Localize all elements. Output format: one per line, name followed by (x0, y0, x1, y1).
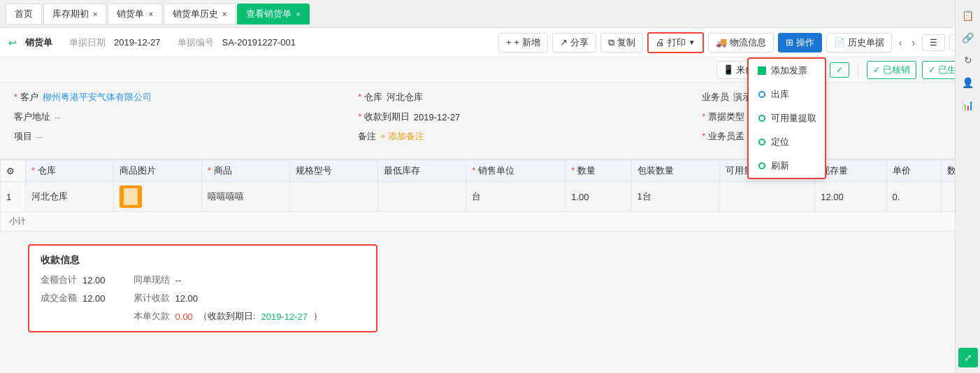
history-label: 历史单据 (848, 36, 884, 49)
right-sidebar: 📋 🔗 ↻ 👤 📊 ⤢ (955, 0, 980, 373)
col-image: 商品图片 (114, 160, 202, 182)
note-add[interactable]: + 添加备注 (380, 130, 424, 143)
col-unit-price: 单价 (886, 160, 942, 182)
sidebar-icon-user[interactable]: 👤 (958, 73, 978, 92)
payment-deal-row: 成交金额 12.00 (41, 292, 106, 304)
print-button[interactable]: 🖨 打印 ▼ (647, 32, 704, 53)
row-unit-price: 0. (886, 182, 942, 212)
row-product: 嘻嘻嘻嘻 (202, 182, 290, 212)
new-icon: + (506, 37, 512, 48)
nav-next[interactable]: › (909, 36, 918, 50)
available-qty-icon (757, 113, 767, 123)
deal-value: 12.00 (82, 293, 106, 304)
new-button[interactable]: + + 新增 (498, 33, 548, 52)
due-note: （收款到期日: (199, 310, 256, 323)
number-value: SA-20191227-001 (222, 37, 296, 48)
history-button[interactable]: 📄 历史单据 (826, 33, 892, 52)
table-row: 1 河北仓库 嘻嘻嘻嘻 台 1.00 1台 12.00 0. (1, 182, 980, 212)
plus-icon: + (380, 131, 388, 141)
sidebar-icon-clipboard[interactable]: 📋 (958, 6, 978, 25)
payment-total-row: 金额合计 12.00 (41, 274, 106, 286)
address-label: 客户地址 (14, 111, 50, 123)
sidebar-icon-refresh[interactable]: ↻ (958, 50, 978, 70)
tab-view-sales-close[interactable]: × (296, 10, 300, 18)
dropdown-refresh[interactable]: 刷新 (749, 154, 825, 178)
row-min-stock (378, 182, 466, 212)
due-note-close: ） (313, 310, 322, 323)
available-qty-label: 可用量提取 (771, 112, 816, 125)
col-pack-qty: 包装数量 (631, 160, 719, 182)
print-label: 打印 (668, 36, 686, 49)
tab-sales-history[interactable]: 销货单历史 × (164, 3, 236, 24)
confirmed-button[interactable]: ✓ 已核销 (867, 61, 916, 79)
nav-prev[interactable]: ‹ (896, 36, 905, 50)
payment-col-right: 同单现结 -- 累计收款 12.00 本单欠款 0.00 （收款到期日: 201… (134, 274, 322, 323)
sidebar-icon-chart[interactable]: 📊 (958, 95, 978, 115)
operation-button[interactable]: ⊞ 操作 (778, 33, 822, 52)
view-list-button[interactable]: ☰ (922, 34, 945, 51)
tab-view-sales[interactable]: 查看销货单 × (237, 3, 309, 24)
dropdown-locate[interactable]: 定位 (749, 130, 825, 154)
doc-title: 销货单 (25, 36, 52, 49)
col-unit: * 销售单位 (466, 160, 565, 182)
customer-field: 客户 柳州粤港平安气体有限公司 (14, 91, 344, 104)
project-value: -- (36, 132, 43, 142)
form-section: 客户 柳州粤港平安气体有限公司 仓库 河北仓库 业务员 演示账号 客户地址 --… (0, 83, 980, 159)
total-value: 12.00 (82, 275, 106, 286)
share-label: 分享 (570, 36, 589, 49)
payment-box: 收款信息 金额合计 12.00 成交金额 12.00 同单现结 -- (28, 244, 377, 332)
row-quantity: 1.00 (565, 182, 631, 212)
ticket-label: 票据类型 (702, 111, 744, 123)
col-product: * 商品 (202, 160, 290, 182)
tab-inventory-init-close[interactable]: × (93, 10, 97, 18)
tab-view-sales-label: 查看销货单 (246, 8, 291, 20)
col-spec: 规格型号 (290, 160, 378, 182)
row-pack-qty: 1台 (631, 182, 719, 212)
date-value: 2019-12-27 (114, 37, 161, 48)
payment-col-left: 金额合计 12.00 成交金额 12.00 (41, 274, 106, 323)
add-invoice-icon (757, 66, 767, 76)
refresh-icon (757, 161, 767, 171)
product-image-inner (124, 188, 138, 205)
sidebar-icon-link[interactable]: 🔗 (958, 28, 978, 48)
tab-sales-order[interactable]: 销货单 × (108, 3, 161, 24)
share-button[interactable]: ↗ 分享 (552, 33, 596, 52)
toolbar-divider (858, 64, 858, 76)
staff2-field: 业务员孟 -- (702, 130, 966, 143)
share-icon: ↗ (560, 37, 568, 48)
address-field: 客户地址 -- (14, 111, 344, 123)
confirmed-label: 已核销 (883, 64, 910, 76)
copy-button[interactable]: ⧉ 复制 (600, 33, 643, 52)
confirm-icon-button[interactable]: ✓ (830, 62, 849, 78)
second-toolbar: 📱 来自手机 未开票 ✓ ✓ 已核销 ✓ 已生效 (0, 57, 980, 83)
locate-label: 定位 (771, 136, 789, 148)
dropdown-warehouse-out[interactable]: 出库 (749, 83, 825, 106)
tab-sales-order-close[interactable]: × (148, 10, 152, 18)
phone-icon: 📱 (723, 64, 734, 75)
main-toolbar: ↩ 销货单 单据日期 2019-12-27 单据编号 SA-20191227-0… (0, 28, 980, 57)
sidebar-icon-expand[interactable]: ⤢ (958, 348, 978, 367)
cumulative-row: 累计收款 12.00 (134, 292, 322, 304)
arrears-label: 本单欠款 (134, 310, 170, 323)
dropdown-add-invoice[interactable]: 添加发票 (749, 59, 825, 83)
row-warehouse: 河北仓库 (26, 182, 114, 212)
tab-home[interactable]: 首页 (6, 3, 42, 24)
due-date-field: 收款到期日 2019-12-27 (358, 111, 688, 123)
table-container: ⚙ * 仓库 商品图片 * 商品 规格型号 最低库存 * 销售单位 * 数量 包… (0, 159, 980, 232)
tab-sales-history-close[interactable]: × (222, 10, 226, 18)
address-value: -- (55, 112, 61, 122)
tab-sales-order-label: 销货单 (117, 8, 144, 20)
tab-inventory-init[interactable]: 库存期初 × (43, 3, 106, 24)
operation-grid-icon: ⊞ (786, 37, 793, 48)
due-date-value: 2019-12-27 (414, 112, 461, 122)
dropdown-available-qty[interactable]: 可用量提取 (749, 106, 825, 130)
product-table: ⚙ * 仓库 商品图片 * 商品 规格型号 最低库存 * 销售单位 * 数量 包… (0, 160, 980, 232)
payment-title: 收款信息 (41, 254, 365, 267)
logistics-button[interactable]: 🚚 物流信息 (708, 33, 774, 52)
product-image (120, 185, 142, 208)
print-icon: 🖨 (656, 37, 665, 48)
customer-value[interactable]: 柳州粤港平安气体有限公司 (43, 91, 152, 104)
same-order-label: 同单现结 (134, 274, 170, 286)
copy-label: 复制 (617, 36, 635, 49)
row-available (719, 182, 815, 212)
